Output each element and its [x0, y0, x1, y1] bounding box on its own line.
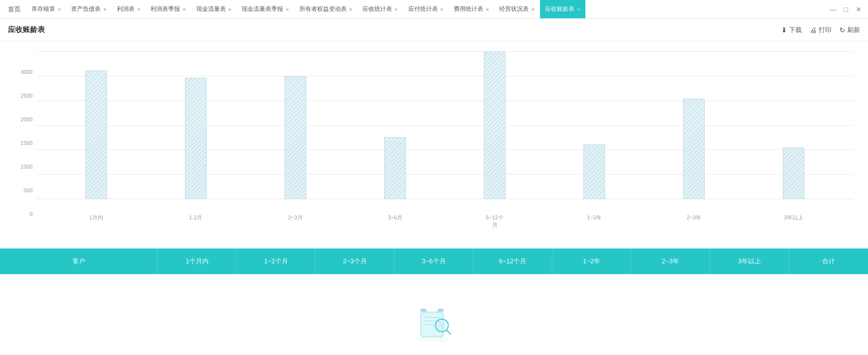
th-7: 2~3年: [631, 248, 710, 274]
header-actions: ⬇ 下载 🖨 打印 ↻ 刷新: [781, 26, 860, 35]
close-icon[interactable]: ×: [349, 6, 352, 12]
close-icon[interactable]: ×: [577, 6, 580, 12]
y-label-1000: 1000: [15, 164, 33, 170]
table-header: 客户1个月内1~2个月2~3个月3~6个月6~12个月1~2年2~3年3年以上合…: [0, 248, 868, 274]
y-label-500: 500: [15, 187, 33, 193]
tab-ap-stats[interactable]: 应付统计表 ×: [403, 0, 449, 19]
bar-2: [285, 76, 306, 199]
th-3: 2~3个月: [316, 248, 395, 274]
x-label-5: 1~2年: [583, 214, 605, 229]
bar-4: [484, 51, 506, 199]
close-button[interactable]: ✕: [854, 5, 863, 14]
minimize-button[interactable]: —: [829, 5, 837, 14]
tab-balance[interactable]: 资产负债表 ×: [66, 0, 111, 19]
th-8: 3年以上: [710, 248, 789, 274]
tab-expense-stats[interactable]: 费用统计表 ×: [449, 0, 494, 19]
tab-bar: 首页 库存核算 × 资产负债表 × 利润表 × 利润表季报 × 现金流量表 × …: [0, 0, 868, 19]
x-labels: 1月内1-2月2~3月3~6月6~12个月1~2年2~3年3年以上: [36, 214, 853, 229]
tab-operations[interactable]: 经营状况表 ×: [494, 0, 540, 19]
th-2: 1~2个月: [237, 248, 316, 274]
tab-cashflow[interactable]: 现金流量表 ×: [191, 0, 237, 19]
x-label-0: 1月内: [85, 214, 107, 229]
x-label-7: 3年以上: [783, 214, 804, 229]
bar-0: [85, 71, 107, 199]
bar-3: [384, 137, 406, 199]
tab-ar-aging[interactable]: 应收账龄表 ×: [540, 0, 585, 19]
th-5: 6~12个月: [473, 248, 552, 274]
th-0: 客户: [0, 248, 158, 274]
tab-profit[interactable]: 利润表 ×: [112, 0, 145, 19]
tab-home[interactable]: 首页: [2, 5, 27, 14]
print-button[interactable]: 🖨 打印: [810, 26, 832, 35]
close-icon[interactable]: ×: [395, 6, 398, 12]
y-label-0: 0: [15, 211, 33, 217]
window-controls: — □ ✕: [829, 5, 866, 14]
close-icon[interactable]: ×: [182, 6, 185, 12]
close-icon[interactable]: ×: [103, 6, 106, 12]
empty-icon: [409, 304, 459, 343]
tab-equity[interactable]: 所有者权益变动表 ×: [294, 0, 358, 19]
x-label-2: 2~3月: [285, 214, 306, 229]
close-icon[interactable]: ×: [228, 6, 231, 12]
close-icon[interactable]: ×: [58, 6, 61, 12]
download-icon: ⬇: [781, 26, 787, 34]
download-button[interactable]: ⬇ 下载: [781, 26, 802, 35]
th-4: 3~6个月: [395, 248, 473, 274]
x-label-6: 2~3年: [683, 214, 705, 229]
y-label-1500: 1500: [15, 140, 33, 146]
tab-inventory[interactable]: 库存核算 ×: [27, 0, 66, 19]
bar-6: [683, 99, 705, 199]
refresh-icon: ↻: [839, 26, 845, 34]
page-header: 应收账龄表 ⬇ 下载 🖨 打印 ↻ 刷新: [0, 19, 868, 41]
maximize-button[interactable]: □: [841, 5, 850, 14]
close-icon[interactable]: ×: [531, 6, 534, 12]
x-label-4: 6~12个月: [484, 214, 506, 229]
y-label-3000: 3000: [15, 69, 33, 75]
bar-1: [185, 78, 207, 199]
y-label-2000: 2000: [15, 116, 33, 122]
bars-area: [36, 51, 853, 199]
svg-point-7: [438, 321, 446, 329]
page-title: 应收账龄表: [8, 25, 45, 35]
tab-ar-stats[interactable]: 应收统计表 ×: [358, 0, 403, 19]
close-icon[interactable]: ×: [440, 6, 443, 12]
x-label-3: 3~6月: [384, 214, 406, 229]
close-icon[interactable]: ×: [286, 6, 289, 12]
bar-5: [583, 144, 605, 199]
print-icon: 🖨: [810, 26, 817, 34]
close-icon[interactable]: ×: [137, 6, 140, 12]
th-9: 合计: [789, 248, 868, 274]
y-axis: 0 500 1000 1500 2000 2500 3000: [15, 69, 33, 217]
th-1: 1个月内: [158, 248, 237, 274]
x-label-1: 1-2月: [185, 214, 207, 229]
svg-line-8: [446, 330, 451, 334]
close-icon[interactable]: ×: [486, 6, 489, 12]
y-label-2500: 2500: [15, 93, 33, 99]
chart-inner: 1月内1-2月2~3月3~6月6~12个月1~2年2~3年3年以上: [36, 51, 853, 229]
empty-state: [0, 274, 868, 355]
tab-cashflow-quarter[interactable]: 现金流量表季报 ×: [237, 0, 294, 19]
main-content: 0 500 1000 1500 2000 2500 3000: [0, 41, 868, 355]
chart-section: 0 500 1000 1500 2000 2500 3000: [0, 41, 868, 248]
refresh-button[interactable]: ↻ 刷新: [839, 26, 860, 35]
tab-profit-quarter[interactable]: 利润表季报 ×: [145, 0, 191, 19]
th-6: 1~2年: [552, 248, 631, 274]
chart-container: 0 500 1000 1500 2000 2500 3000: [15, 51, 853, 229]
bar-7: [783, 147, 804, 199]
